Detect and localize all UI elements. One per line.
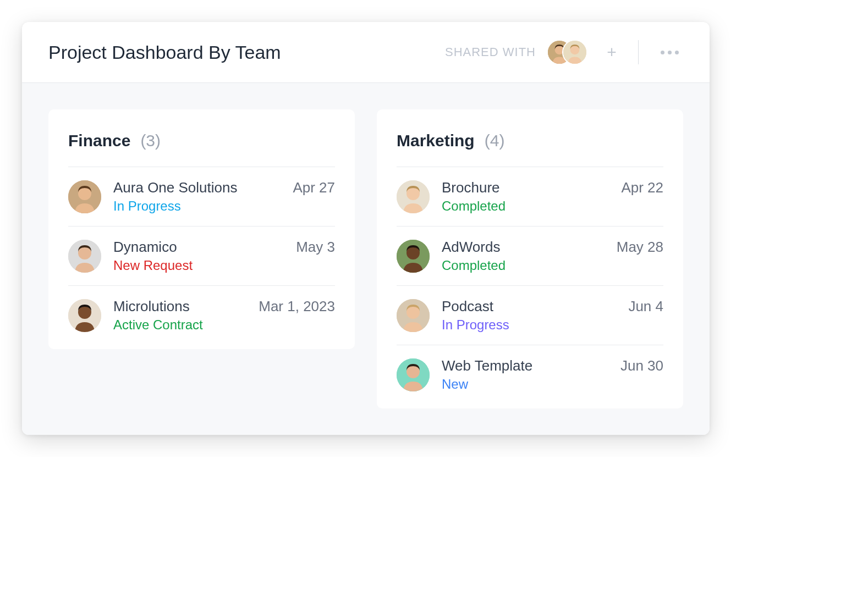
more-menu-button[interactable] — [656, 46, 683, 59]
project-date: May 3 — [296, 239, 335, 256]
assignee-avatar[interactable] — [68, 299, 101, 332]
project-status: In Progress — [442, 317, 663, 333]
project-name: Brochure — [442, 179, 500, 196]
project-status: Active Contract — [113, 317, 335, 333]
project-date: Jun 4 — [628, 298, 663, 315]
header: Project Dashboard By Team SHARED WITH + — [22, 22, 710, 83]
project-status: Completed — [442, 198, 663, 214]
team-column: Marketing(4) BrochureApr 22Completed AdW… — [377, 109, 683, 408]
project-info: MicrolutionsMar 1, 2023Active Contract — [113, 298, 335, 333]
dashboard-body: Finance(3) Aura One SolutionsApr 27In Pr… — [22, 83, 710, 435]
column-title: Finance — [68, 131, 130, 150]
project-name: Dynamico — [113, 239, 177, 256]
project-date: Apr 22 — [621, 179, 663, 196]
project-status: Completed — [442, 258, 663, 273]
assignee-avatar[interactable] — [397, 358, 430, 391]
project-row[interactable]: Aura One SolutionsApr 27In Progress — [68, 167, 335, 226]
column-count: (4) — [485, 131, 505, 150]
project-status: New — [442, 377, 663, 392]
column-header: Finance(3) — [68, 131, 335, 167]
shared-with-label: SHARED WITH — [445, 45, 536, 59]
page-title: Project Dashboard By Team — [48, 42, 281, 63]
project-info: PodcastJun 4In Progress — [442, 298, 663, 333]
assignee-avatar[interactable] — [68, 180, 101, 213]
project-info: Aura One SolutionsApr 27In Progress — [113, 179, 335, 214]
project-info: Web TemplateJun 30New — [442, 357, 663, 392]
project-info: BrochureApr 22Completed — [442, 179, 663, 214]
project-row[interactable]: MicrolutionsMar 1, 2023Active Contract — [68, 285, 335, 345]
project-row[interactable]: AdWordsMay 28Completed — [397, 226, 663, 285]
project-name: Microlutions — [113, 298, 190, 315]
project-row[interactable]: Web TemplateJun 30New — [397, 345, 663, 404]
project-date: Apr 27 — [293, 179, 335, 196]
project-name: Aura One Solutions — [113, 179, 237, 196]
project-date: Mar 1, 2023 — [259, 298, 335, 315]
project-status: New Request — [113, 258, 335, 273]
shared-avatar[interactable] — [562, 40, 587, 65]
shared-avatars — [547, 40, 587, 65]
column-title: Marketing — [397, 131, 475, 150]
project-date: Jun 30 — [620, 357, 663, 374]
project-name: AdWords — [442, 239, 500, 256]
dashboard-panel: Project Dashboard By Team SHARED WITH + … — [22, 22, 710, 435]
assignee-avatar[interactable] — [397, 240, 430, 273]
project-name: Web Template — [442, 357, 532, 374]
project-name: Podcast — [442, 298, 493, 315]
project-row[interactable]: BrochureApr 22Completed — [397, 167, 663, 226]
project-info: AdWordsMay 28Completed — [442, 239, 663, 273]
team-column: Finance(3) Aura One SolutionsApr 27In Pr… — [48, 109, 355, 349]
project-row[interactable]: PodcastJun 4In Progress — [397, 285, 663, 345]
header-actions: SHARED WITH + — [445, 40, 683, 65]
add-share-button[interactable]: + — [603, 43, 620, 61]
column-count: (3) — [140, 131, 161, 150]
project-row[interactable]: DynamicoMay 3New Request — [68, 226, 335, 285]
column-header: Marketing(4) — [397, 131, 663, 167]
assignee-avatar[interactable] — [397, 299, 430, 332]
divider — [638, 40, 639, 64]
assignee-avatar[interactable] — [68, 240, 101, 273]
project-info: DynamicoMay 3New Request — [113, 239, 335, 273]
project-date: May 28 — [617, 239, 663, 256]
assignee-avatar[interactable] — [397, 180, 430, 213]
project-status: In Progress — [113, 198, 335, 214]
